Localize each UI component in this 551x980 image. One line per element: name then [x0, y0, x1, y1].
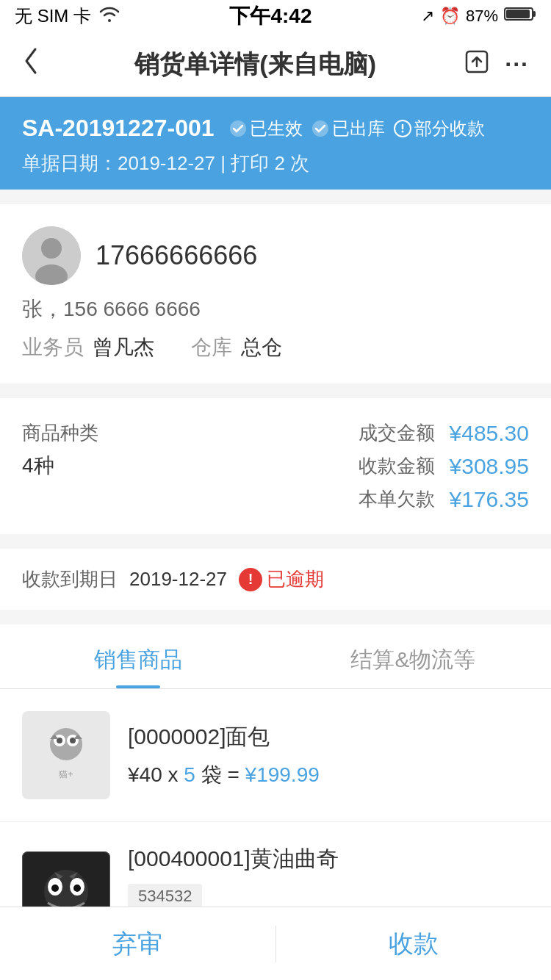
overdue-icon: ! [239, 568, 262, 591]
reject-button[interactable]: 弃审 [0, 912, 276, 976]
customer-id: 17666666666 [96, 240, 257, 271]
alarm-icon: ⏰ [440, 7, 460, 26]
collect-button[interactable]: 收款 [276, 912, 552, 976]
svg-point-7 [401, 130, 403, 132]
product-image-1: 猫+ [22, 711, 110, 799]
bottom-bar: 弃审 收款 [0, 907, 551, 980]
tab-logistics[interactable]: 结算&物流等 [276, 624, 551, 688]
warehouse-value: 总仓 [241, 334, 282, 361]
carrier-label: 无 SIM 卡 [15, 4, 91, 28]
time-label: 下午4:42 [229, 2, 311, 30]
avatar [22, 226, 81, 285]
svg-point-12 [50, 728, 82, 760]
customer-meta: 业务员 曾凡杰 仓库 总仓 [22, 334, 529, 361]
order-date-info: 单据日期：2019-12-27 | 打印 2 次 [22, 151, 529, 176]
summary-left: 商品种类 4种 [22, 420, 98, 480]
type-label: 商品种类 [22, 420, 98, 446]
salesperson-value: 曾凡杰 [93, 334, 154, 361]
status-right: ↗ ⏰ 87% [421, 6, 536, 26]
order-number: SA-20191227-001 [22, 115, 215, 142]
status-badges: 已生效 已出库 部分收款 [229, 117, 485, 140]
product-name-1: [0000002]面包 [128, 722, 529, 752]
summary-section: 商品种类 4种 成交金额 ¥485.30 收款金额 ¥308.95 本单欠款 ¥… [0, 398, 551, 534]
battery-icon [504, 6, 536, 26]
status-left: 无 SIM 卡 [15, 4, 120, 28]
received-label: 收款金额 [359, 453, 435, 479]
owed-label: 本单欠款 [359, 486, 435, 512]
svg-point-22 [51, 884, 59, 892]
share-icon[interactable] [464, 48, 490, 81]
battery-label: 87% [466, 7, 498, 26]
due-date: 2019-12-27 [129, 568, 227, 591]
svg-text:猫+: 猫+ [59, 769, 73, 779]
owed-row: 本单欠款 ¥176.35 [359, 486, 529, 512]
due-label: 收款到期日 [22, 566, 118, 592]
tab-products[interactable]: 销售商品 [0, 624, 276, 688]
received-value: ¥308.95 [450, 454, 529, 479]
status-partial: 部分收款 [394, 117, 485, 140]
customer-name-phone: 张，156 6666 6666 [22, 295, 529, 323]
amount-label: 成交金额 [359, 420, 435, 446]
product-item: 猫+ [0000002]面包 ¥40 x 5 袋 = ¥199.99 [0, 689, 551, 822]
overdue-text: 已逾期 [267, 566, 324, 592]
nav-bar: 销货单详情(来自电脑) ··· [0, 32, 551, 97]
product-price-1: ¥40 x 5 袋 = ¥199.99 [128, 761, 529, 789]
svg-point-5 [312, 120, 328, 137]
status-shipped: 已出库 [311, 117, 385, 140]
status-effective: 已生效 [229, 117, 303, 140]
summary-right: 成交金额 ¥485.30 收款金额 ¥308.95 本单欠款 ¥176.35 [359, 420, 529, 512]
status-bar: 无 SIM 卡 下午4:42 ↗ ⏰ 87% [0, 0, 551, 32]
amount-row: 成交金额 ¥485.30 [359, 420, 529, 446]
due-section: 收款到期日 2019-12-27 ! 已逾期 [0, 549, 551, 610]
customer-section: 17666666666 张，156 6666 6666 业务员 曾凡杰 仓库 总… [0, 204, 551, 383]
warehouse-item: 仓库 总仓 [191, 334, 282, 361]
svg-rect-1 [533, 11, 536, 17]
nav-actions: ··· [464, 48, 529, 81]
warehouse-label: 仓库 [191, 334, 232, 361]
salesperson-label: 业务员 [22, 334, 84, 361]
svg-point-23 [73, 884, 81, 892]
salesperson-item: 业务员 曾凡杰 [22, 334, 154, 361]
product-name-2: [000400001]黄油曲奇 [128, 844, 529, 874]
svg-point-4 [230, 120, 246, 137]
product-sku-2: 534532 [128, 884, 202, 909]
owed-value: ¥176.35 [450, 487, 529, 512]
order-header: SA-20191227-001 已生效 已出库 部分收款 单据日期：2019-1… [0, 97, 551, 190]
svg-rect-2 [506, 10, 530, 18]
received-row: 收款金额 ¥308.95 [359, 453, 529, 479]
tabs-section: 销售商品 结算&物流等 [0, 624, 551, 689]
back-button[interactable] [22, 39, 47, 90]
location-icon: ↗ [421, 7, 434, 26]
type-count: 4种 [22, 452, 98, 480]
wifi-icon [98, 6, 120, 26]
page-title: 销货单详情(来自电脑) [47, 48, 464, 82]
product-details-1: [0000002]面包 ¥40 x 5 袋 = ¥199.99 [128, 722, 529, 789]
amount-value: ¥485.30 [450, 421, 529, 446]
overdue-badge: ! 已逾期 [239, 566, 324, 592]
tabs-row: 销售商品 结算&物流等 [0, 624, 551, 688]
more-icon[interactable]: ··· [505, 51, 529, 78]
svg-point-9 [41, 238, 62, 259]
